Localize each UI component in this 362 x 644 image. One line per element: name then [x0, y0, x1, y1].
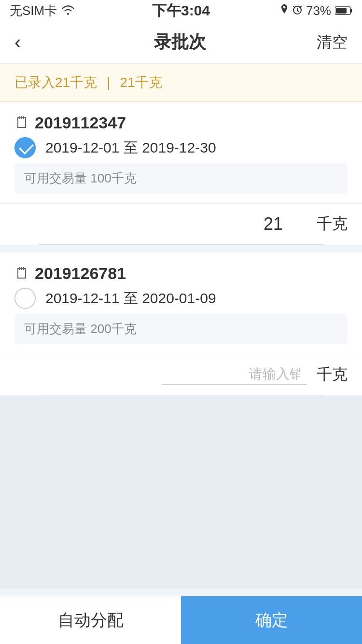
batch-header-1: 🗒 2019112347 — [0, 102, 362, 132]
quantity-row-2: 千克 — [0, 354, 362, 395]
gray-spacer — [0, 395, 362, 588]
page-title: 录批次 — [154, 30, 206, 54]
batch-available-2: 可用交易量 200千克 — [14, 314, 348, 344]
batch-doc-icon-2: 🗒 — [14, 265, 30, 282]
clear-button[interactable]: 清空 — [317, 32, 348, 53]
status-left: 无SIM卡 — [10, 2, 75, 19]
alarm-icon — [292, 3, 302, 18]
summary-divider: | — [107, 75, 110, 90]
back-button[interactable]: ‹ — [14, 31, 43, 53]
auto-distribute-button[interactable]: 自动分配 — [0, 596, 181, 644]
quantity-input-2[interactable] — [249, 364, 307, 382]
quantity-unit-2: 千克 — [317, 364, 348, 385]
batch-id-2: 2019126781 — [35, 264, 126, 283]
total-amount: 21千克 — [120, 73, 162, 92]
radio-button-2[interactable] — [14, 288, 36, 309]
carrier-label: 无SIM卡 — [10, 2, 57, 19]
battery-icon — [335, 3, 352, 18]
quantity-row-1: 21 千克 — [0, 203, 362, 244]
status-time: 下午3:04 — [152, 1, 210, 21]
wifi-icon — [61, 3, 75, 18]
confirm-button[interactable]: 确定 — [181, 596, 362, 644]
location-icon — [280, 3, 289, 18]
quantity-unit-1: 千克 — [317, 213, 348, 235]
batch-date-row-1[interactable]: 2019-12-01 至 2019-12-30 — [0, 132, 362, 163]
quantity-value-1: 21 — [264, 214, 283, 234]
batch-item-1: 🗒 2019112347 2019-12-01 至 2019-12-30 可用交… — [0, 102, 362, 245]
separator-1 — [39, 244, 323, 245]
radio-button-1[interactable] — [14, 137, 36, 158]
batch-date-2: 2019-12-11 至 2020-01-09 — [45, 289, 216, 308]
status-right: 73% — [280, 3, 352, 18]
bottom-bar: 自动分配 确定 — [0, 596, 362, 644]
svg-rect-3 — [336, 8, 347, 14]
batch-header-2: 🗒 2019126781 — [0, 252, 362, 283]
recorded-amount: 已录入21千克 — [14, 73, 97, 92]
content-area: 已录入21千克 | 21千克 🗒 2019112347 2019-12-01 至… — [0, 64, 362, 637]
svg-rect-2 — [350, 9, 352, 13]
quantity-input-wrapper-2[interactable] — [162, 364, 307, 385]
batch-date-row-2[interactable]: 2019-12-11 至 2020-01-09 — [0, 283, 362, 314]
battery-label: 73% — [306, 3, 331, 18]
summary-bar: 已录入21千克 | 21千克 — [0, 64, 362, 102]
batch-available-1: 可用交易量 100千克 — [14, 163, 348, 194]
batch-doc-icon-1: 🗒 — [14, 114, 30, 132]
batch-date-1: 2019-12-01 至 2019-12-30 — [45, 138, 216, 158]
nav-bar: ‹ 录批次 清空 — [0, 21, 362, 64]
batch-id-1: 2019112347 — [35, 113, 126, 132]
batch-item-2: 🗒 2019126781 2019-12-11 至 2020-01-09 可用交… — [0, 252, 362, 395]
status-bar: 无SIM卡 下午3:04 73% — [0, 0, 362, 21]
